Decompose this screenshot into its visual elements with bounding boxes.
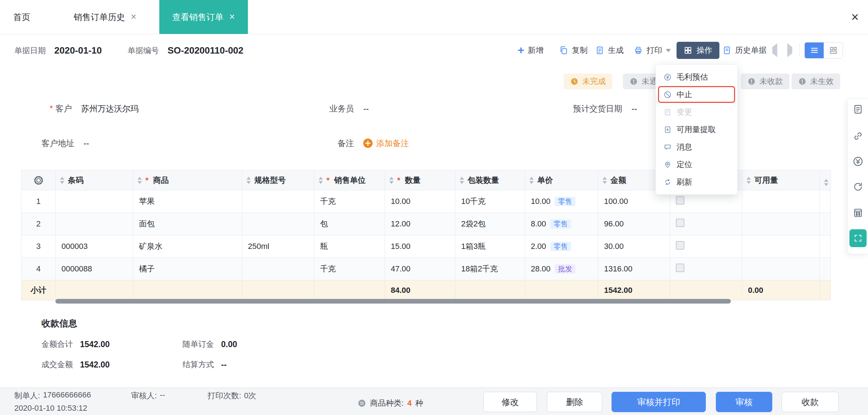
delete-button[interactable]: 删除: [547, 392, 602, 412]
price-type-tag[interactable]: 批发: [555, 264, 575, 274]
print-icon: [634, 46, 643, 55]
col-header-barcode[interactable]: 条码: [56, 170, 133, 190]
plus-circle-icon: [363, 139, 373, 148]
tab-view-sales-order[interactable]: 查看销售订单 ×: [159, 0, 248, 34]
col-header-unit[interactable]: *销售单位: [314, 170, 385, 190]
settlement-method-field: 结算方式 --: [183, 359, 226, 370]
cell-product: 苹果: [133, 190, 242, 213]
refresh-icon: [664, 178, 672, 186]
col-header-available[interactable]: 可用量: [742, 170, 820, 190]
sort-icon: [460, 177, 464, 184]
row-checkbox[interactable]: [676, 264, 684, 272]
audit-button[interactable]: 审核: [716, 392, 772, 412]
sort-icon: [60, 177, 64, 184]
sort-icon: [529, 177, 534, 184]
prev-doc-button[interactable]: [772, 47, 777, 54]
customer-address-value: --: [84, 139, 89, 148]
fullscreen-button[interactable]: [849, 229, 867, 247]
product-category-count: 商品种类: 4 种: [357, 398, 423, 409]
price-type-tag[interactable]: 零售: [550, 219, 571, 229]
print-count-value: 0次: [244, 390, 256, 401]
list-view-toggle[interactable]: [805, 42, 824, 58]
col-header-product[interactable]: *商品: [133, 170, 242, 190]
add-button[interactable]: + 新增: [518, 45, 544, 56]
arrow-right-icon: [787, 43, 792, 57]
menu-item-abort[interactable]: 中止: [656, 86, 737, 103]
generate-button[interactable]: 生成: [595, 45, 624, 56]
row-checkbox[interactable]: [676, 196, 684, 205]
price-type-tag[interactable]: 零售: [550, 242, 571, 251]
cell-amount: 1316.00: [598, 258, 670, 280]
refresh-tool[interactable]: [853, 181, 863, 192]
modify-button[interactable]: 修改: [483, 392, 537, 412]
cell-unit: 包: [314, 213, 385, 235]
audit-and-print-button[interactable]: 审核并打印: [612, 392, 706, 412]
price-type-tag[interactable]: 零售: [555, 197, 575, 206]
sort-icon: [319, 177, 323, 184]
horizontal-scrollbar[interactable]: [55, 299, 731, 304]
operate-dropdown-menu: 毛利预估 中止 变更 可用量提取 消息 定位 刷新: [655, 64, 738, 195]
row-checkbox[interactable]: [676, 241, 684, 250]
clock-icon: [570, 77, 579, 86]
plus-icon: +: [518, 44, 524, 56]
cell-barcode: 000003: [56, 235, 133, 258]
menu-item-profit-estimate[interactable]: 毛利预估: [656, 68, 737, 86]
copy-icon: [559, 46, 568, 55]
subtotal-qty: 84.00: [385, 280, 455, 300]
col-header-pack-qty[interactable]: 包装数量: [455, 170, 525, 190]
sort-icon: [824, 179, 828, 186]
link-icon: [853, 131, 863, 141]
menu-item-refresh[interactable]: 刷新: [656, 173, 737, 191]
customer-field[interactable]: *客户 苏州万达沃尔玛: [50, 102, 139, 115]
cell-unit: 千克: [314, 190, 385, 213]
subtotal-row: 小计 84.00 1542.00 0.00: [21, 280, 831, 300]
salesman-value: --: [363, 104, 369, 114]
add-remark-button[interactable]: 添加备注: [363, 138, 409, 149]
doc-number-field: 单据编号 SO-20200110-002: [128, 45, 244, 56]
collect-payment-button[interactable]: 收款: [782, 392, 839, 412]
card-view-icon: [829, 46, 838, 55]
cell-price: 2.00零售: [525, 235, 598, 258]
arrow-left-icon: [772, 43, 777, 57]
close-icon[interactable]: ×: [131, 12, 136, 22]
footer-bar: 制单人: 17666666666 2020-01-10 10:53:12 审核人…: [0, 388, 868, 415]
required-marker: *: [145, 176, 149, 185]
card-view-toggle[interactable]: [824, 42, 843, 58]
auditor-value: --: [160, 390, 165, 401]
order-form-tool[interactable]: [853, 104, 863, 115]
grid-icon: [684, 46, 692, 55]
column-settings-header[interactable]: [21, 170, 56, 190]
customer-address-field[interactable]: 客户地址 --: [41, 137, 89, 149]
list-view-icon: [810, 46, 819, 55]
salesman-field[interactable]: 业务员 --: [329, 102, 369, 115]
copy-button[interactable]: 复制: [559, 45, 588, 56]
tab-sales-order-history[interactable]: 销售订单历史 ×: [61, 0, 149, 34]
cell-available: [742, 213, 820, 235]
cell-price: 8.00零售: [525, 213, 598, 235]
print-button[interactable]: 打印: [634, 45, 671, 56]
menu-item-locate[interactable]: 定位: [656, 156, 737, 173]
calculator-icon: [853, 208, 863, 218]
order-deposit-field: 随单订金 0.00: [183, 339, 237, 350]
tab-home[interactable]: 首页: [0, 0, 46, 34]
col-header-spec[interactable]: 规格型号: [242, 170, 314, 190]
window-close-icon[interactable]: ×: [851, 10, 859, 25]
row-checkbox[interactable]: [676, 219, 684, 227]
calculator-tool[interactable]: [853, 208, 863, 218]
related-link-tool[interactable]: [853, 131, 863, 141]
cell-select: [670, 258, 742, 280]
remark-field: 备注 添加备注: [338, 137, 409, 149]
col-header-price[interactable]: 单价: [525, 170, 598, 190]
history-docs-button[interactable]: 历史单据: [722, 45, 767, 56]
delivery-date-field[interactable]: 预计交货日期 --: [573, 102, 637, 115]
payment-tool[interactable]: [853, 156, 863, 167]
salesman-label: 业务员: [329, 103, 354, 114]
close-icon[interactable]: ×: [229, 12, 235, 22]
operate-button[interactable]: 操作: [677, 42, 719, 59]
col-header-qty[interactable]: *数量: [385, 170, 455, 190]
row-index: 2: [21, 213, 56, 235]
next-doc-button[interactable]: [787, 47, 792, 54]
menu-item-available-extract[interactable]: 可用量提取: [656, 121, 737, 138]
menu-item-message[interactable]: 消息: [656, 138, 737, 156]
cell-spec: [242, 213, 314, 235]
